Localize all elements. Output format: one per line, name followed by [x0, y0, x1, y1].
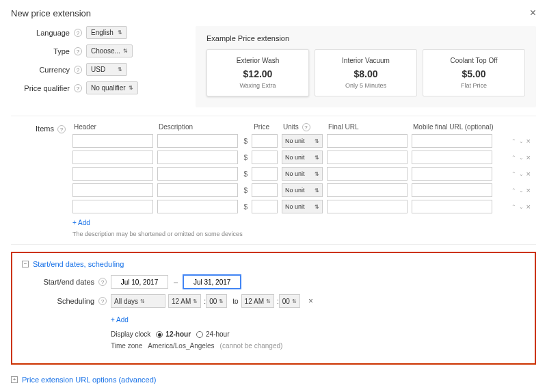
- price-input[interactable]: [252, 151, 278, 164]
- move-down-icon[interactable]: ⌄: [519, 204, 524, 210]
- tz-value: America/Los_Angeles: [148, 342, 214, 350]
- help-icon[interactable]: ?: [98, 297, 107, 305]
- remove-row-icon[interactable]: ×: [526, 170, 531, 178]
- day-select[interactable]: All days⇅: [111, 294, 165, 308]
- expand-icon[interactable]: +: [11, 376, 18, 383]
- remove-row-icon[interactable]: ×: [526, 153, 531, 161]
- header-input[interactable]: [72, 183, 153, 197]
- help-icon[interactable]: ?: [302, 123, 310, 131]
- final-url-input[interactable]: [327, 183, 408, 197]
- item-row: $No unit⇅⌃⌄×: [72, 151, 536, 164]
- add-item-link[interactable]: + Add: [72, 219, 90, 226]
- price-input[interactable]: [252, 183, 278, 197]
- header-input[interactable]: [72, 167, 153, 181]
- clock-24-radio[interactable]: 24-hour: [196, 330, 229, 338]
- item-row: $No unit⇅⌃⌄×: [72, 167, 536, 181]
- move-down-icon[interactable]: ⌄: [519, 138, 524, 144]
- start-hour-select[interactable]: 12 AM⇅: [168, 294, 201, 308]
- mobile-url-input[interactable]: [412, 200, 492, 213]
- language-select[interactable]: English⇅: [86, 26, 127, 39]
- advanced-toggle[interactable]: Price extension URL options (advanced): [22, 376, 156, 384]
- qualifier-select[interactable]: No qualifier⇅: [86, 81, 138, 94]
- price-input[interactable]: [252, 134, 278, 148]
- col-units: Units ?: [283, 123, 324, 131]
- move-down-icon[interactable]: ⌄: [519, 155, 524, 161]
- remove-row-icon[interactable]: ×: [526, 137, 531, 145]
- col-price: Price: [243, 123, 269, 131]
- currency-symbol: $: [242, 154, 248, 161]
- scheduling-toggle[interactable]: Start/end dates, scheduling: [33, 260, 124, 268]
- price-input[interactable]: [252, 200, 278, 213]
- dates-label: Start/end dates: [22, 278, 97, 286]
- move-up-icon[interactable]: ⌃: [511, 138, 516, 144]
- start-min-select[interactable]: 00⇅: [206, 294, 227, 308]
- move-up-icon[interactable]: ⌃: [511, 155, 516, 161]
- collapse-icon[interactable]: −: [22, 261, 29, 267]
- scheduling-label: Scheduling: [22, 297, 97, 305]
- remove-row-icon[interactable]: ×: [526, 186, 531, 194]
- end-min-select[interactable]: 00⇅: [279, 294, 300, 308]
- final-url-input[interactable]: [327, 167, 408, 181]
- help-icon[interactable]: ?: [98, 278, 107, 286]
- clock-12-radio[interactable]: 12-hour: [156, 330, 191, 338]
- close-icon[interactable]: ×: [530, 7, 536, 19]
- type-label: Type: [11, 47, 72, 55]
- currency-symbol: $: [242, 187, 248, 194]
- units-select[interactable]: No unit⇅: [282, 183, 323, 197]
- move-up-icon[interactable]: ⌃: [511, 187, 516, 194]
- end-hour-select[interactable]: 12 AM⇅: [241, 294, 274, 308]
- units-select[interactable]: No unit⇅: [282, 151, 323, 164]
- final-url-input[interactable]: [327, 151, 408, 164]
- end-date-input[interactable]: [183, 275, 241, 289]
- price-input[interactable]: [252, 167, 278, 181]
- col-header: Header: [74, 123, 155, 131]
- description-input[interactable]: [157, 183, 238, 197]
- items-note: The description may be shortened or omit…: [72, 231, 536, 237]
- currency-symbol: $: [242, 203, 248, 211]
- header-input[interactable]: [72, 151, 153, 164]
- preview-card: Coolant Top Off $5.00 Flat Price: [423, 49, 525, 96]
- help-icon[interactable]: ?: [74, 47, 82, 55]
- settings-form: Language ? English⇅ Type ? Choose...⇅ Cu…: [11, 26, 168, 107]
- mobile-url-input[interactable]: [412, 134, 492, 148]
- description-input[interactable]: [157, 167, 238, 181]
- description-input[interactable]: [157, 200, 238, 213]
- help-icon[interactable]: ?: [74, 66, 82, 74]
- start-date-input[interactable]: [111, 275, 168, 289]
- header-input[interactable]: [72, 200, 153, 213]
- final-url-input[interactable]: [327, 200, 408, 213]
- mobile-url-input[interactable]: [412, 151, 492, 164]
- remove-schedule-icon[interactable]: ×: [308, 296, 313, 306]
- items-grid: Header Description Price Units ? Final U…: [72, 123, 536, 237]
- add-schedule-link[interactable]: + Add: [111, 316, 129, 324]
- units-select[interactable]: No unit⇅: [282, 167, 323, 181]
- move-down-icon[interactable]: ⌄: [519, 171, 524, 177]
- tz-note: (cannot be changed): [220, 342, 283, 350]
- remove-row-icon[interactable]: ×: [526, 202, 531, 211]
- description-input[interactable]: [157, 134, 238, 148]
- move-down-icon[interactable]: ⌄: [519, 187, 524, 194]
- description-input[interactable]: [157, 151, 238, 164]
- type-select[interactable]: Choose...⇅: [86, 44, 133, 57]
- qualifier-label: Price qualifier: [11, 84, 72, 92]
- move-up-icon[interactable]: ⌃: [511, 171, 516, 177]
- currency-label: Currency: [11, 66, 72, 74]
- final-url-input[interactable]: [327, 134, 408, 148]
- mobile-url-input[interactable]: [412, 183, 492, 197]
- item-row: $No unit⇅⌃⌄×: [72, 183, 536, 197]
- units-select[interactable]: No unit⇅: [282, 134, 323, 148]
- units-select[interactable]: No unit⇅: [282, 200, 323, 213]
- help-icon[interactable]: ?: [74, 29, 82, 37]
- tz-label: Time zone: [111, 342, 142, 350]
- help-icon[interactable]: ?: [57, 125, 66, 133]
- help-icon[interactable]: ?: [74, 84, 82, 92]
- move-up-icon[interactable]: ⌃: [511, 204, 516, 210]
- header-input[interactable]: [72, 134, 153, 148]
- caret-icon: ⇅: [118, 29, 122, 36]
- currency-select[interactable]: USD⇅: [86, 63, 127, 76]
- col-mobile: Mobile final URL (optional): [413, 123, 494, 131]
- preview-card: Interior Vacuum $8.00 Only 5 Minutes: [315, 49, 417, 96]
- mobile-url-input[interactable]: [412, 167, 492, 181]
- preview-panel: Example Price extension Exterior Wash $1…: [196, 26, 536, 107]
- currency-symbol: $: [242, 138, 248, 145]
